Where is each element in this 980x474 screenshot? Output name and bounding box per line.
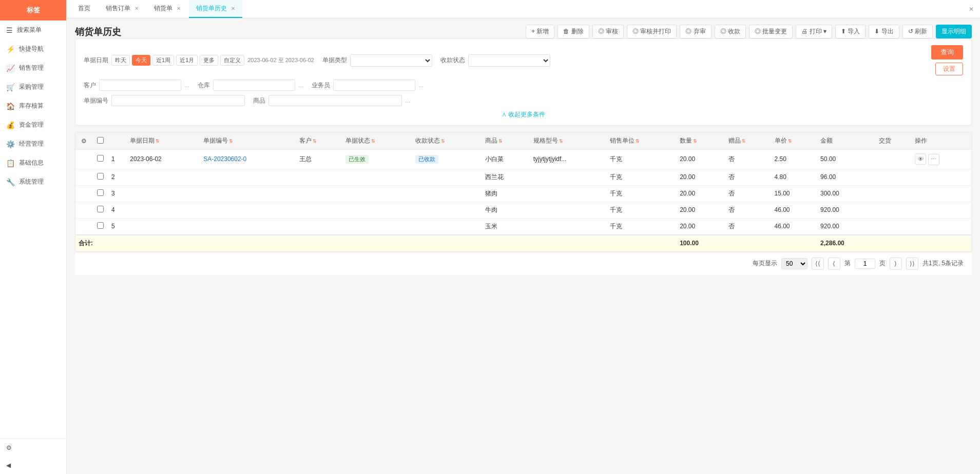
staff-dots[interactable]: ... xyxy=(418,82,424,89)
row-check-cell[interactable] xyxy=(92,150,108,169)
more-btn[interactable]: ⋯ xyxy=(928,154,939,165)
sidebar-item-inventory[interactable]: 🏠 库存核算 xyxy=(0,96,66,115)
tab-sales-order[interactable]: 销售订单 ✕ xyxy=(99,0,146,18)
tab-sales-delivery-close[interactable]: ✕ xyxy=(177,6,181,11)
row-checkbox-3[interactable] xyxy=(97,206,104,212)
customer-input[interactable] xyxy=(99,80,181,91)
set-button[interactable]: 设置 xyxy=(935,63,963,75)
row-doc-no[interactable] xyxy=(200,185,296,202)
row-check-cell[interactable] xyxy=(92,185,108,202)
col-settings[interactable]: ⚙ xyxy=(75,132,92,150)
row-check-cell[interactable] xyxy=(92,202,108,218)
customer-dots[interactable]: ... xyxy=(184,82,189,89)
col-doc-status[interactable]: 单据状态⇅ xyxy=(342,132,412,150)
per-page-select[interactable]: 20 50 100 200 xyxy=(781,258,808,269)
goods-input[interactable] xyxy=(268,95,402,106)
sidebar-item-basic-info[interactable]: 📋 基础信息 xyxy=(0,153,66,172)
col-gift[interactable]: 赠品⇅ xyxy=(725,132,772,150)
date-btn-yesterday[interactable]: 昨天 xyxy=(111,55,130,66)
date-btn-more[interactable]: 更多 xyxy=(200,55,218,66)
row-doc-no[interactable]: SA-20230602-0 xyxy=(200,150,296,169)
view-btn[interactable]: 👁 xyxy=(915,153,926,165)
row-checkbox-4[interactable] xyxy=(97,222,104,229)
warehouse-dots[interactable]: ... xyxy=(298,82,303,89)
import-button[interactable]: ⬆ 导入 xyxy=(835,25,866,38)
sidebar-collapse-btn[interactable]: ◀ xyxy=(0,457,66,474)
col-doc-date[interactable]: 单据日期⇅ xyxy=(127,132,200,150)
batch-change-button[interactable]: ◎ 批量变更 xyxy=(749,25,793,38)
row-check-cell[interactable] xyxy=(92,218,108,235)
refresh-button[interactable]: ↺ 刷新 xyxy=(902,25,933,38)
row-doc-no[interactable] xyxy=(200,169,296,185)
row-no-cell: 2 xyxy=(108,169,127,185)
last-page-btn[interactable]: ⟩⟩ xyxy=(906,258,918,270)
sidebar-item-operation-mgmt[interactable]: ⚙️ 经营管理 xyxy=(0,134,66,153)
doc-no-input[interactable] xyxy=(111,95,245,106)
show-detail-button[interactable]: 显示明细 xyxy=(936,25,972,38)
row-amount: 50.00 xyxy=(817,150,876,169)
collapse-btn[interactable]: ∧ 收起更多条件 xyxy=(84,110,963,119)
delete-button[interactable]: 🗑 删除 xyxy=(558,25,589,38)
row-settings-cell xyxy=(75,150,92,169)
tab-sales-order-close[interactable]: ✕ xyxy=(134,6,139,11)
row-checkbox-0[interactable] xyxy=(97,155,104,162)
filter-customer: 客户 ... xyxy=(84,80,189,91)
date-btn-week[interactable]: 近1周 xyxy=(152,55,174,66)
row-qty: 20.00 xyxy=(677,218,725,235)
col-unit[interactable]: 销售单位⇅ xyxy=(607,132,677,150)
tab-sales-delivery[interactable]: 销货单 ✕ xyxy=(147,0,188,18)
audit-print-button[interactable]: ◎ 审核并打印 xyxy=(627,25,677,38)
sidebar-item-system-mgmt[interactable]: 🔧 系统管理 xyxy=(0,172,66,191)
tab-sales-history[interactable]: 销货单历史 ✕ xyxy=(189,0,242,18)
collect-button[interactable]: ◎ 收款 xyxy=(715,25,746,38)
col-spec[interactable]: 规格型号⇅ xyxy=(530,132,607,150)
row-ops xyxy=(912,169,971,185)
row-check-cell[interactable] xyxy=(92,169,108,185)
col-doc-no[interactable]: 单据编号⇅ xyxy=(200,132,296,150)
col-goods[interactable]: 商品⇅ xyxy=(482,132,530,150)
col-payment-status[interactable]: 收款状态⇅ xyxy=(412,132,482,150)
date-btn-month[interactable]: 近1月 xyxy=(176,55,198,66)
qty-sort-icon: ⇅ xyxy=(693,139,697,144)
next-page-btn[interactable]: ⟩ xyxy=(890,258,902,270)
print-button[interactable]: 🖨 打印 ▾ xyxy=(796,25,832,38)
row-delivery xyxy=(876,202,912,218)
row-doc-no[interactable] xyxy=(200,202,296,218)
discard-button[interactable]: ◎ 弃审 xyxy=(680,25,711,38)
sidebar-item-sales-mgmt[interactable]: 📈 销售管理 xyxy=(0,58,66,77)
page-number-input[interactable] xyxy=(855,259,875,269)
sidebar-item-purchase-mgmt[interactable]: 🛒 采购管理 xyxy=(0,77,66,96)
warehouse-input[interactable] xyxy=(213,80,295,91)
tab-home[interactable]: 首页 xyxy=(71,0,98,18)
sidebar-item-search-menu[interactable]: ☰ 搜索菜单 xyxy=(0,21,66,40)
select-all-checkbox[interactable] xyxy=(97,137,104,144)
audit-button[interactable]: ◎ 审核 xyxy=(592,25,624,38)
goods-dots[interactable]: ... xyxy=(405,97,410,104)
tab-bar-close-btn[interactable]: ✕ xyxy=(967,4,976,15)
staff-input[interactable] xyxy=(333,80,415,91)
payment-status-select[interactable] xyxy=(468,54,550,67)
col-customer[interactable]: 客户⇅ xyxy=(296,132,342,150)
col-price[interactable]: 单价⇅ xyxy=(772,132,818,150)
row-gift: 否 xyxy=(725,150,772,169)
tab-sales-history-close[interactable]: ✕ xyxy=(231,6,235,11)
date-btn-custom[interactable]: 自定义 xyxy=(220,55,244,66)
date-btn-today[interactable]: 今天 xyxy=(132,55,150,66)
row-settings-cell xyxy=(75,185,92,202)
sidebar-item-quick-nav[interactable]: ⚡ 快捷导航 xyxy=(0,40,66,58)
prev-page-btn[interactable]: ⟨ xyxy=(828,258,840,270)
row-checkbox-1[interactable] xyxy=(97,173,104,180)
first-page-btn[interactable]: ⟨⟨ xyxy=(812,258,824,270)
row-doc-no[interactable] xyxy=(200,218,296,235)
col-qty[interactable]: 数量⇅ xyxy=(677,132,725,150)
col-customer-label: 客户 xyxy=(299,136,312,145)
add-button[interactable]: + 新增 xyxy=(526,25,554,38)
row-doc-date: 2023-06-02 xyxy=(127,150,200,169)
export-button[interactable]: ⬇ 导出 xyxy=(869,25,899,38)
filter-doc-no: 单据编号 xyxy=(84,95,245,106)
sidebar-settings-btn[interactable]: ⚙ xyxy=(0,439,66,457)
doc-type-select[interactable] xyxy=(350,54,432,67)
query-button[interactable]: 查询 xyxy=(931,45,963,60)
row-checkbox-2[interactable] xyxy=(97,189,104,196)
sidebar-item-finance-mgmt[interactable]: 💰 资金管理 xyxy=(0,115,66,134)
